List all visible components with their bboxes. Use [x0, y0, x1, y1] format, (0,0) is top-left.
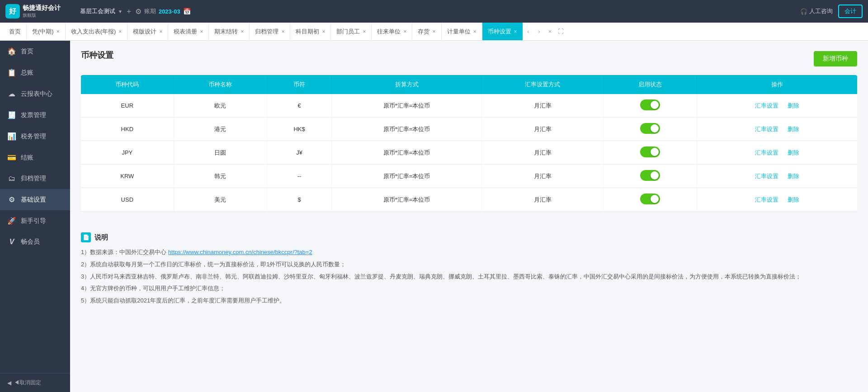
toggle-0[interactable] [640, 99, 660, 110]
company-name: 基层工会测试 [80, 7, 115, 15]
tab-archive-close[interactable]: × [281, 28, 284, 35]
period-area: 账期 2023-03 📅 [144, 7, 191, 15]
sidebar-invoice-label: 发票管理 [21, 111, 46, 119]
tab-currency-close[interactable]: × [514, 28, 517, 35]
logo-sub: 旗舰版 [23, 12, 61, 19]
tab-subject-initial-close[interactable]: × [322, 28, 325, 35]
tab-department[interactable]: 部门员工 × [331, 23, 372, 41]
cell-actions-3: 汇率设置 删除 [697, 165, 857, 188]
sidebar-guide-label: 新手引导 [21, 217, 46, 225]
sidebar-home-label: 首页 [21, 47, 33, 56]
tab-unit-close[interactable]: × [473, 28, 476, 35]
tab-income[interactable]: 收入支出表(年报) × [66, 23, 128, 41]
delete-link-2[interactable]: 删除 [788, 149, 799, 156]
add-company-button[interactable]: ＋ [125, 7, 132, 16]
cell-calc-2: 原币*汇率=本位币 [332, 141, 482, 165]
sidebar-checkout-label: 结账 [21, 154, 33, 162]
pin-icon: ◀ [7, 380, 11, 386]
tab-income-close[interactable]: × [118, 28, 122, 35]
notes-title-area: 📄 说明 [81, 232, 857, 242]
cell-rate-1: 月汇率 [481, 118, 603, 141]
sidebar-item-tax[interactable]: 📊 税务管理 [0, 126, 70, 147]
sidebar-item-home[interactable]: 🏠 首页 [0, 41, 70, 62]
cloud-icon: ☁ [7, 90, 16, 98]
tab-currency-label: 币种设置 [488, 28, 511, 36]
tab-inventory[interactable]: 存货 × [412, 23, 441, 41]
table-row: JPY 日圆 J¥ 原币*汇率=本位币 月汇率 汇率设置 删除 [81, 141, 857, 165]
page-content: 币种设置 新增币种 币种代码 币种名称 币符 折算方式 汇率设置方式 启用状态 [70, 41, 868, 325]
tab-voucher-close[interactable]: × [57, 28, 60, 35]
sidebar-item-ledger[interactable]: 📋 总账 [0, 62, 70, 83]
notes-list: 1）数据来源：中国外汇交易中心 https://www.chinamoney.c… [81, 248, 857, 306]
tab-prev-button[interactable]: ‹ [523, 26, 534, 37]
toggle-1[interactable] [640, 123, 660, 134]
rate-setting-link-4[interactable]: 汇率设置 [755, 196, 778, 203]
notes-section: 📄 说明 1）数据来源：中国外汇交易中心 https://www.chinamo… [81, 225, 857, 316]
rate-setting-link-1[interactable]: 汇率设置 [755, 126, 778, 132]
company-dropdown-icon[interactable]: ▼ [118, 9, 123, 14]
tab-template-label: 模版设计 [133, 28, 156, 36]
tab-tax[interactable]: 税表清册 × [168, 23, 209, 41]
tab-period-end[interactable]: 期末结转 × [209, 23, 250, 41]
company-area: 基层工会测试 ▼ ＋ ⚙ 账期 2023-03 📅 [80, 7, 796, 16]
tab-tax-close[interactable]: × [200, 28, 203, 35]
cell-code-3: KRW [81, 165, 174, 188]
cell-status-0 [604, 94, 697, 118]
cell-name-1: 港元 [174, 118, 267, 141]
account-button[interactable]: 会计 [838, 5, 863, 18]
sidebar-item-archive[interactable]: 🗂 归档管理 [0, 168, 70, 189]
sidebar-ledger-label: 总账 [21, 69, 33, 77]
tab-close-all-button[interactable]: × [545, 26, 556, 37]
sidebar-item-vip[interactable]: V 畅会员 [0, 231, 70, 252]
notes-link[interactable]: https://www.chinamoney.com.cn/chinese/bk… [168, 249, 312, 255]
tab-subject-initial[interactable]: 科目期初 × [290, 23, 331, 41]
tab-archive[interactable]: 归档管理 × [250, 23, 290, 41]
tab-client[interactable]: 往来单位 × [372, 23, 412, 41]
calendar-icon[interactable]: 📅 [183, 8, 191, 15]
tab-voucher[interactable]: 凭(中期) × [27, 23, 66, 41]
tab-expand-button[interactable]: ⛶ [556, 26, 566, 37]
tab-period-end-close[interactable]: × [241, 28, 244, 35]
cell-symbol-3: -- [267, 165, 331, 188]
top-header: 好 畅捷通好会计 旗舰版 基层工会测试 ▼ ＋ ⚙ 账期 2023-03 📅 🎧… [0, 0, 868, 23]
header-right: 🎧 人工咨询 会计 [800, 5, 863, 18]
tab-client-close[interactable]: × [403, 28, 406, 35]
tab-next-button[interactable]: › [534, 26, 545, 37]
support-button[interactable]: 🎧 人工咨询 [800, 7, 833, 15]
sidebar-item-basic-settings[interactable]: ⚙ 基础设置 [0, 189, 70, 210]
sidebar-item-cloud-report[interactable]: ☁ 云报表中心 [0, 83, 70, 104]
table-row: KRW 韩元 -- 原币*汇率=本位币 月汇率 汇率设置 删除 [81, 165, 857, 188]
sidebar-item-checkout[interactable]: 💳 结账 [0, 147, 70, 168]
rate-setting-link-0[interactable]: 汇率设置 [755, 102, 778, 109]
sidebar-pin-toggle[interactable]: ◀ ◀取消固定 [0, 373, 70, 392]
delete-link-1[interactable]: 删除 [788, 126, 799, 132]
sidebar-item-guide[interactable]: 🚀 新手引导 [0, 210, 70, 231]
tab-unit[interactable]: 计量单位 × [442, 23, 482, 41]
col-name: 币种名称 [174, 75, 267, 94]
sidebar-item-invoice[interactable]: 🧾 发票管理 [0, 104, 70, 126]
sidebar: 🏠 首页 📋 总账 ☁ 云报表中心 🧾 发票管理 📊 税务管理 💳 结账 🗂 归… [0, 41, 70, 392]
cell-symbol-0: € [267, 94, 331, 118]
tab-inventory-close[interactable]: × [432, 28, 435, 35]
toggle-4[interactable] [640, 194, 660, 204]
tab-home[interactable]: 首页 [4, 23, 27, 41]
rate-setting-link-3[interactable]: 汇率设置 [755, 173, 778, 179]
toggle-3[interactable] [640, 170, 660, 181]
settings-gear-icon[interactable]: ⚙ [135, 7, 142, 16]
tab-department-close[interactable]: × [363, 28, 366, 35]
delete-link-0[interactable]: 删除 [788, 102, 799, 109]
logo-text-group: 畅捷通好会计 旗舰版 [23, 4, 61, 19]
sidebar-archive-label: 归档管理 [21, 175, 46, 183]
cell-symbol-4: $ [267, 188, 331, 212]
rate-setting-link-2[interactable]: 汇率设置 [755, 149, 778, 156]
delete-link-4[interactable]: 删除 [788, 196, 799, 203]
tab-template-close[interactable]: × [159, 28, 162, 35]
tab-voucher-label: 凭(中期) [32, 28, 54, 36]
tab-template[interactable]: 模版设计 × [127, 23, 168, 41]
new-currency-button[interactable]: 新增币种 [814, 51, 857, 66]
toggle-2[interactable] [640, 146, 660, 157]
delete-link-3[interactable]: 删除 [788, 173, 799, 179]
note-item-3: 3）人民币对马来西亚林吉特、俄罗斯卢布、南非兰特、韩元、阿联酋迪拉姆、沙特里亚尔… [81, 272, 857, 282]
logo-text: 畅捷通好会计 [23, 4, 61, 12]
tab-currency[interactable]: 币种设置 × [482, 23, 523, 41]
